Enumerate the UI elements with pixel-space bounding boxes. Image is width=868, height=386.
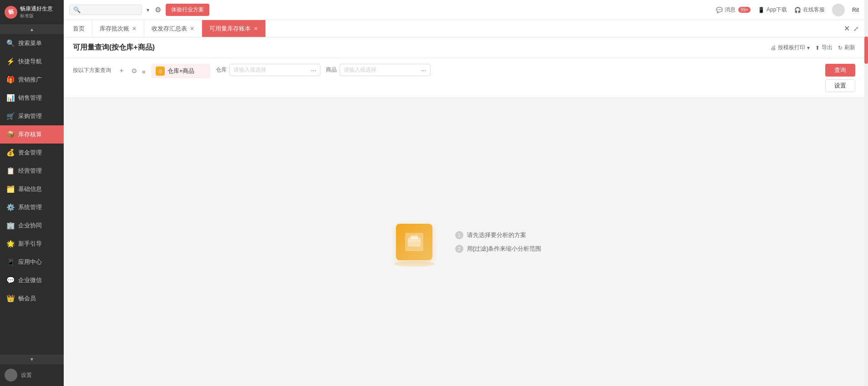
messages-btn[interactable]: 💬 消息 99+	[716, 6, 751, 14]
topbar: 🔍 ▾ ⚙ 体验行业方案 💬 消息 99+ 📱 App下载 🎧 在线客服 Rit	[64, 0, 864, 20]
sidebar-item-marketing[interactable]: 🎁营销推广	[0, 71, 64, 89]
member-icon: 👑	[6, 294, 15, 303]
svg-rect-0	[408, 237, 421, 247]
sales-icon: 📊	[6, 94, 15, 102]
sidebar-item-inventory[interactable]: 📦库存核算	[0, 125, 64, 144]
warehouse-input[interactable]: 请输入或选择 ···	[229, 64, 320, 76]
tip-text-1: 请先选择要分析的方案	[467, 231, 526, 239]
goods-more-icon[interactable]: ···	[421, 67, 426, 74]
sidebar-item-enterprise[interactable]: 🏢企业协同	[0, 216, 64, 235]
sidebar-nav: 🔍搜索菜单⚡快捷导航🎁营销推广📊销售管理🛒采购管理📦库存核算💰资金管理📋经营管理…	[0, 34, 64, 355]
svg-rect-1	[411, 236, 418, 239]
sidebar-item-basic[interactable]: 🗂️基础信息	[0, 180, 64, 198]
warehouse-more-icon[interactable]: ···	[311, 67, 316, 74]
tip-number-2: 2	[455, 245, 463, 253]
tab-receipt-summary-label: 收发存汇总表	[152, 25, 187, 33]
sidebar-item-appcenter[interactable]: 📱应用中心	[0, 253, 64, 271]
sidebar-footer-user: 设置	[21, 371, 32, 379]
newuser-icon: 🌟	[6, 240, 15, 248]
goods-input[interactable]: 请输入或选择 ···	[340, 64, 431, 76]
app-download-btn[interactable]: 📱 App下载	[758, 6, 787, 14]
refresh-icon: ↻	[838, 45, 843, 51]
sidebar-footer[interactable]: 设置	[0, 364, 64, 386]
scheme-icon: ⊙	[156, 67, 165, 76]
manage-scheme-btn[interactable]: ⊙	[129, 66, 139, 76]
sidebar-item-sales[interactable]: 📊销售管理	[0, 89, 64, 107]
tab-available-ledger[interactable]: 可用量库存账本 ✕	[202, 20, 266, 37]
purchase-icon: 🛒	[6, 112, 15, 120]
search-input[interactable]	[82, 7, 137, 13]
message-icon: 💬	[716, 7, 723, 13]
empty-box-svg	[406, 234, 422, 250]
tabs-expand-btn[interactable]: ⤢	[853, 25, 859, 32]
user-topbar-avatar[interactable]	[832, 4, 845, 16]
sidebar-item-shortcut[interactable]: ⚡快捷导航	[0, 52, 64, 71]
sidebar-item-wechat[interactable]: 💬企业微信	[0, 271, 64, 289]
tab-home-label: 首页	[73, 25, 85, 33]
add-scheme-btn[interactable]: ＋	[117, 66, 127, 76]
phone-icon: 📱	[758, 7, 765, 13]
scheme-label: 仓库+商品	[168, 67, 195, 75]
messages-badge: 99+	[738, 7, 751, 13]
system-icon: ⚙️	[6, 203, 15, 211]
sidebar-item-operation[interactable]: 📋经营管理	[0, 162, 64, 180]
tab-available-ledger-label: 可用量库存账本	[209, 25, 251, 33]
tabs-close-all-btn[interactable]: ✕	[844, 24, 850, 33]
filter-right-actions: 查询 设置	[825, 64, 855, 92]
topbar-right: 💬 消息 99+ 📱 App下载 🎧 在线客服 Rit	[716, 4, 859, 16]
refresh-btn[interactable]: ↻ 刷新	[838, 44, 855, 51]
empty-state: 1 请先选择要分析的方案 2 用[过滤]条件来缩小分析范围	[64, 98, 864, 386]
user-name: Rit	[852, 7, 859, 13]
tabsbar: 首页 库存批次账 ✕ 收发存汇总表 ✕ 可用量库存账本 ✕ ✕ ⤢	[64, 20, 864, 37]
settings-btn[interactable]: 设置	[825, 79, 855, 92]
sidebar-item-search[interactable]: 🔍搜索菜单	[0, 34, 64, 52]
empty-tip-2: 2 用[过滤]条件来缩小分析范围	[455, 245, 541, 253]
topbar-settings-btn[interactable]: ⚙	[154, 5, 162, 15]
sidebar-subtitle: 标准版	[20, 13, 53, 19]
tab-receipt-summary[interactable]: 收发存汇总表 ✕	[144, 20, 202, 37]
tab-batch-account[interactable]: 库存批次账 ✕	[92, 20, 144, 37]
empty-tip-1: 1 请先选择要分析的方案	[455, 231, 541, 239]
print-dropdown-icon: ▾	[807, 45, 810, 51]
page-header: 可用量查询(按仓库+商品) 🖨 按模板打印 ▾ ⬆ 导出 ↻ 刷新	[64, 37, 864, 58]
right-sidebar	[864, 0, 868, 386]
online-service-btn[interactable]: 🎧 在线客服	[794, 6, 825, 14]
sidebar-scroll-up[interactable]: ▲	[0, 25, 64, 34]
tip-text-2: 用[过滤]条件来缩小分析范围	[467, 245, 541, 253]
topbar-search-box[interactable]: 🔍	[69, 5, 142, 15]
sidebar-scroll-down[interactable]: ▼	[0, 355, 64, 364]
right-sidebar-handle[interactable]	[864, 36, 868, 64]
empty-box	[396, 224, 432, 260]
wechat-icon: 💬	[6, 276, 15, 284]
sidebar-item-newuser[interactable]: 🌟新手引导	[0, 235, 64, 253]
export-btn[interactable]: ⬆ 导出	[815, 44, 832, 51]
tab-available-ledger-close[interactable]: ✕	[254, 26, 258, 32]
scheme-item-warehouse-goods[interactable]: ⊙ 仓库+商品	[151, 64, 210, 78]
sidebar-item-purchase[interactable]: 🛒采购管理	[0, 107, 64, 125]
tab-batch-account-close[interactable]: ✕	[132, 26, 137, 32]
user-avatar	[5, 369, 17, 381]
sidebar-item-member[interactable]: 👑畅会员	[0, 289, 64, 308]
page-header-actions: 🖨 按模板打印 ▾ ⬆ 导出 ↻ 刷新	[771, 44, 855, 51]
filter-label: 按以下方案查询	[73, 64, 111, 74]
query-btn[interactable]: 查询	[825, 64, 855, 77]
tab-receipt-summary-close[interactable]: ✕	[190, 26, 194, 32]
sidebar-item-finance[interactable]: 💰资金管理	[0, 144, 64, 162]
enterprise-icon: 🏢	[6, 221, 15, 230]
finance-icon: 💰	[6, 149, 15, 157]
tab-home[interactable]: 首页	[64, 20, 92, 37]
sidebar-item-system[interactable]: ⚙️系统管理	[0, 198, 64, 216]
collapse-scheme-btn[interactable]: «	[142, 66, 146, 75]
export-icon: ⬆	[815, 45, 820, 51]
sidebar-title: 畅康通好生意	[20, 5, 53, 13]
warehouse-field: 仓库 请输入或选择 ···	[216, 64, 320, 76]
filter-panel: 按以下方案查询 ＋ ⊙ « ⊙ 仓库+商品 仓库 请输入或选择 ···	[64, 58, 864, 98]
filter-fields: 仓库 请输入或选择 ··· 商品 请输入或选择 ···	[216, 64, 820, 76]
inventory-icon: 📦	[6, 130, 15, 139]
goods-label: 商品	[326, 66, 337, 74]
search-icon: 🔍	[6, 39, 15, 47]
empty-illustration	[387, 215, 442, 269]
topbar-dropdown-btn[interactable]: ▾	[146, 6, 150, 14]
topbar-trial-btn[interactable]: 体验行业方案	[166, 4, 209, 16]
print-btn[interactable]: 🖨 按模板打印 ▾	[771, 44, 810, 51]
